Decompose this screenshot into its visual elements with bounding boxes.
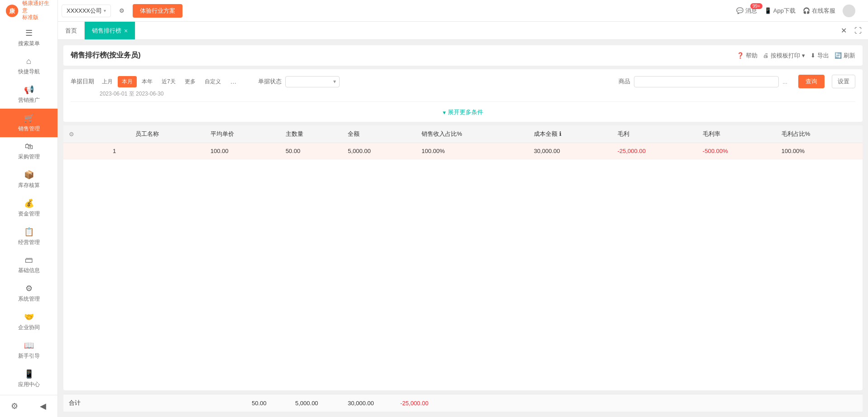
purchase-icon: 🛍 <box>25 142 33 151</box>
table-area: ⚙员工名称平均单价主数量全额销售收入占比%成本全额 ℹ毛利毛利率毛利占比% 11… <box>63 125 863 390</box>
sidebar-label-appcenter: 应用中心 <box>18 381 40 388</box>
footer-cost: 30,000.00 <box>348 400 393 407</box>
cell-0-3: 100.00 <box>205 143 280 159</box>
tab-close-all-button[interactable]: ✕ <box>837 24 850 37</box>
tab-home[interactable]: 首页 <box>58 22 85 39</box>
sidebar-item-search[interactable]: ☰ 搜索菜单 <box>0 24 58 52</box>
company-name: XXXXXX公司 <box>67 7 102 15</box>
help-button[interactable]: ❓ 帮助 <box>737 52 758 60</box>
cell-0-5: 5,000.00 <box>342 143 416 159</box>
message-button[interactable]: 💬 消息 99+ <box>736 7 757 15</box>
sidebar-item-shortcut[interactable]: ⌂ 快捷导航 <box>0 52 58 80</box>
print-icon: 🖨 <box>763 52 769 59</box>
settings-button[interactable]: 设置 <box>832 75 855 88</box>
more-filter-dots[interactable]: ... <box>782 78 787 85</box>
sidebar-item-inventory[interactable]: 📦 库存核算 <box>0 165 58 194</box>
operation-icon: 📋 <box>24 227 34 237</box>
svg-text:康: 康 <box>9 7 15 14</box>
tab-label-sales-ranking: 销售排行榜 <box>92 27 121 35</box>
cell-0-10: 100.00% <box>776 143 863 159</box>
sidebar-item-basic[interactable]: 🗃 基础信息 <box>0 251 58 279</box>
tab-controls: ✕ ⛶ <box>837 24 868 37</box>
online-service-button[interactable]: 🎧 在线客服 <box>803 7 835 15</box>
gear-icon: ⚙ <box>119 7 125 14</box>
print-button[interactable]: 🖨 按模板打印 ▾ <box>763 52 805 60</box>
sidebar-label-marketing: 营销推广 <box>18 96 40 104</box>
sidebar-settings-button[interactable]: ⚙ <box>5 399 24 413</box>
logo-icon: 康 <box>5 4 19 18</box>
message-badge: 99+ <box>750 3 762 9</box>
col-header-sales_pct: 销售收入占比% <box>416 125 528 143</box>
cell-0-0 <box>63 143 99 159</box>
cell-0-6: 100.00% <box>416 143 528 159</box>
help-icon: ❓ <box>737 52 744 59</box>
date-range-text: 2023-06-01 至 2023-06-30 <box>100 91 163 97</box>
company-selector[interactable]: XXXXXX公司 ▾ <box>62 5 111 17</box>
refresh-button[interactable]: 🔄 刷新 <box>834 52 855 60</box>
sidebar-item-finance[interactable]: 💰 资金管理 <box>0 194 58 222</box>
cell-0-4: 50.00 <box>280 143 343 159</box>
topbar-settings-button[interactable]: ⚙ <box>115 4 129 18</box>
sidebar-label-search: 搜索菜单 <box>18 40 40 48</box>
main-area: ☰ 搜索菜单 ⌂ 快捷导航 📢 营销推广 🛒 销售管理 🛍 采购管理 📦 库存核… <box>0 22 868 417</box>
export-button[interactable]: ⬇ 导出 <box>810 52 829 60</box>
status-select[interactable] <box>285 76 340 87</box>
date-tab-more[interactable]: 更多 <box>181 76 200 87</box>
app-download-button[interactable]: 📱 App下载 <box>764 7 796 15</box>
topbar-right: 💬 消息 99+ 📱 App下载 🎧 在线客服 <box>736 5 863 17</box>
sidebar-item-enterprise[interactable]: 🤝 企业协同 <box>0 307 58 336</box>
inventory-icon: 📦 <box>24 170 34 180</box>
export-icon: ⬇ <box>810 52 815 59</box>
sidebar-label-finance: 资金管理 <box>18 210 40 218</box>
col-header-qty: 主数量 <box>280 125 343 143</box>
goods-input[interactable] <box>634 76 779 87</box>
footer-label: 合计 <box>69 399 223 407</box>
date-tab-year[interactable]: 本年 <box>138 76 157 87</box>
cell-0-7: 30,000.00 <box>528 143 612 159</box>
refresh-icon: 🔄 <box>834 52 842 59</box>
cell-0-8: -25,000.00 <box>612 143 697 159</box>
page-actions: ❓ 帮助 🖨 按模板打印 ▾ ⬇ 导出 🔄 <box>737 52 855 60</box>
col-header-profit: 毛利 <box>612 125 697 143</box>
finance-icon: 💰 <box>24 198 34 208</box>
user-avatar[interactable] <box>843 5 855 17</box>
sidebar-label-shortcut: 快捷导航 <box>18 68 40 76</box>
sidebar-item-system[interactable]: ⚙ 系统管理 <box>0 279 58 307</box>
sidebar-item-guide[interactable]: 📖 新手引导 <box>0 336 58 364</box>
date-tab-7days[interactable]: 近7天 <box>158 76 180 87</box>
sidebar-label-sales: 销售管理 <box>18 125 40 133</box>
logo-area: 康 畅康通好生意 标准版 <box>0 0 58 22</box>
more-dots[interactable]: ... <box>230 77 236 86</box>
sidebar-item-marketing[interactable]: 📢 营销推广 <box>0 80 58 109</box>
marketing-icon: 📢 <box>24 85 34 95</box>
status-filter: 单据状态 ▾ <box>258 76 340 87</box>
tab-sales-ranking[interactable]: 销售排行榜× <box>85 22 135 39</box>
sidebar-collapse-button[interactable]: ◀ <box>34 399 52 413</box>
goods-filter-label: 商品 <box>619 77 630 86</box>
sidebar-item-appcenter[interactable]: 📱 应用中心 <box>0 364 58 393</box>
cell-0-9: -500.00% <box>697 143 776 159</box>
sidebar-item-sales[interactable]: 🛒 销售管理 <box>0 109 58 137</box>
data-table: ⚙员工名称平均单价主数量全额销售收入占比%成本全额 ℹ毛利毛利率毛利占比% 11… <box>63 125 863 159</box>
col-header-settings[interactable]: ⚙ <box>63 125 99 143</box>
sidebar-item-purchase[interactable]: 🛍 采购管理 <box>0 137 58 165</box>
tab-close-sales-ranking[interactable]: × <box>124 27 128 34</box>
sidebar-label-inventory: 库存核算 <box>18 182 40 189</box>
date-tab-last[interactable]: 上月 <box>98 76 117 87</box>
status-filter-label: 单据状态 <box>258 77 282 86</box>
expand-chevron-icon: ▾ <box>443 109 446 116</box>
expand-more-button[interactable]: ▾ 展开更多条件 <box>71 108 855 116</box>
query-button[interactable]: 查询 <box>798 75 825 88</box>
trial-button[interactable]: 体验行业方案 <box>133 4 182 18</box>
table-row: 1100.0050.005,000.00100.00%30,000.00-25,… <box>63 143 863 159</box>
date-tab-current[interactable]: 本月 <box>118 76 137 87</box>
col-header-amount: 全额 <box>342 125 416 143</box>
tab-maximize-button[interactable]: ⛶ <box>852 24 864 37</box>
sidebar-item-operation[interactable]: 📋 经营管理 <box>0 222 58 251</box>
date-tab-custom[interactable]: 自定义 <box>201 76 225 87</box>
mobile-icon: 📱 <box>764 7 772 14</box>
filter-row-1: 单据日期 上月本月本年近7天更多自定义 ... 单据状态 ▾ <box>71 75 855 88</box>
cell-0-1: 1 <box>99 143 130 159</box>
top-bar: 康 畅康通好生意 标准版 XXXXXX公司 ▾ ⚙ 体验行业方案 💬 消息 99… <box>0 0 868 22</box>
message-icon: 💬 <box>736 7 743 14</box>
